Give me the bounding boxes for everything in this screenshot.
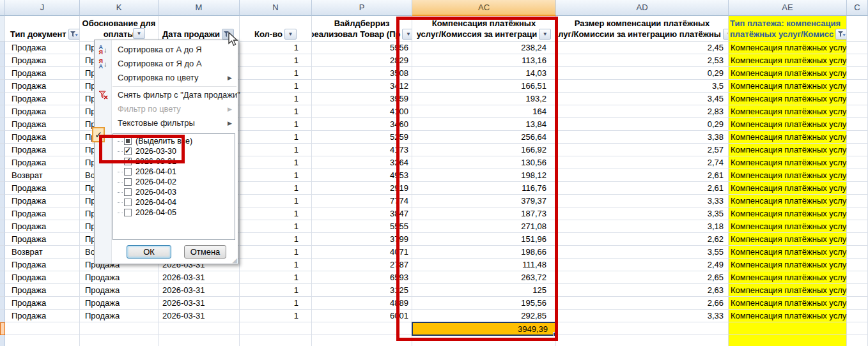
table-cell-j[interactable]: Продажа (5, 118, 80, 131)
table-cell-ae[interactable]: Компенсация платёжных услуг (729, 195, 847, 207)
total-cell-selected[interactable]: 3949,39 (412, 322, 557, 336)
table-cell-ae[interactable]: Компенсация платёжных услуг (729, 297, 847, 310)
dropdown-arrow-button[interactable]: ▼ (284, 29, 297, 40)
table-cell-n[interactable]: 1 (240, 207, 312, 220)
filter-value-item[interactable]: 2026-04-04 (113, 197, 235, 207)
table-cell-ad[interactable]: 2,83 (556, 105, 729, 118)
table-cell-k[interactable]: Продажа (80, 310, 159, 322)
total-row-cell[interactable] (240, 322, 312, 335)
table-cell-p[interactable]: 3460 (312, 118, 412, 131)
table-cell-ae[interactable]: Компенсация платёжных услуг (729, 169, 847, 182)
table-cell-ac[interactable]: 130,56 (412, 156, 556, 169)
table-cell-ad[interactable]: 3,55 (556, 246, 729, 259)
header-cell-ae[interactable]: Тип платежа: компенсацияплатёжных услуг/… (729, 16, 847, 41)
table-cell-j[interactable]: Продажа (5, 105, 80, 118)
table-cell-ac[interactable]: 198,12 (412, 169, 556, 182)
table-cell-ac[interactable]: 116,76 (412, 182, 556, 195)
menu-item-text-filters[interactable]: Текстовые фильтры ▶ (95, 116, 238, 130)
table-cell-j[interactable]: Продажа (5, 259, 80, 271)
table-cell-ad[interactable]: 3,38 (556, 131, 729, 144)
table-cell-j[interactable]: Продажа (5, 67, 80, 80)
table-cell-x[interactable] (847, 156, 868, 169)
table-cell-p[interactable]: 2787 (312, 259, 412, 271)
checkbox-unchecked[interactable] (124, 168, 132, 176)
resize-grip[interactable]: ◢ (232, 257, 237, 264)
table-cell-ac[interactable]: 151,96 (412, 233, 556, 246)
table-cell-j[interactable]: Продажа (5, 310, 80, 322)
filter-funnel-button[interactable] (835, 29, 847, 40)
table-cell-j[interactable]: Продажа (5, 195, 80, 207)
filter-value-item[interactable]: 2026-03-31 (113, 156, 235, 167)
table-cell-ac[interactable]: 111,48 (412, 259, 556, 271)
filter-value-item[interactable]: (Выделить все) (113, 136, 235, 146)
table-cell-x[interactable] (847, 54, 868, 67)
table-cell-n[interactable]: 1 (240, 41, 312, 54)
table-cell-p[interactable]: 3847 (312, 207, 412, 220)
table-cell-m[interactable]: 2026-03-31 (159, 284, 240, 297)
table-cell-n[interactable]: 1 (240, 233, 312, 246)
table-cell-ae[interactable]: Компенсация платёжных услуг (729, 80, 847, 93)
table-cell-ae[interactable]: Компенсация платёжных услуг (729, 220, 847, 233)
table-cell-n[interactable]: 1 (240, 67, 312, 80)
cancel-button[interactable]: Отмена (184, 245, 226, 259)
table-cell-ac[interactable]: 187,73 (412, 207, 556, 220)
table-cell-j[interactable]: Продажа (5, 131, 80, 144)
table-cell-ac[interactable]: 195,56 (412, 297, 556, 310)
table-cell-ac[interactable]: 166,92 (412, 144, 556, 156)
table-cell-ad[interactable]: 2,62 (556, 233, 729, 246)
menu-item-filter-by-color[interactable]: Фильтр по цвету ▶ (95, 102, 238, 116)
table-cell-p[interactable]: 6593 (312, 271, 412, 284)
filter-value-item[interactable]: 2026-04-05 (113, 207, 235, 218)
table-cell-x[interactable] (847, 80, 868, 93)
table-cell-k[interactable]: Продажа (80, 271, 159, 284)
table-cell-ac[interactable]: 292,85 (412, 310, 556, 322)
table-cell-n[interactable]: 1 (240, 144, 312, 156)
table-cell-j[interactable]: Продажа (5, 54, 80, 67)
column-header-ad[interactable]: AD (556, 0, 729, 16)
column-header-k[interactable]: K (80, 0, 159, 16)
table-cell-x[interactable] (847, 259, 868, 271)
table-cell-x[interactable] (847, 220, 868, 233)
table-cell-ad[interactable]: 2,66 (556, 297, 729, 310)
table-cell-x[interactable] (847, 297, 868, 310)
table-cell-ae[interactable]: Компенсация платёжных услуг (729, 54, 847, 67)
table-cell-n[interactable]: 1 (240, 93, 312, 105)
table-cell-ac[interactable]: 256,64 (412, 131, 556, 144)
table-cell-n[interactable]: 1 (240, 271, 312, 284)
table-cell-p[interactable]: 4889 (312, 297, 412, 310)
table-cell-ae[interactable]: Компенсация платёжных услуг (729, 156, 847, 169)
ok-button[interactable]: ОК (127, 245, 171, 259)
dropdown-arrow-button[interactable]: ▼ (539, 29, 551, 40)
table-cell-ad[interactable]: 2,65 (556, 271, 729, 284)
table-cell-x[interactable] (847, 131, 868, 144)
table-cell-x[interactable] (847, 93, 868, 105)
table-cell-x[interactable] (847, 271, 868, 284)
table-cell-n[interactable]: 1 (240, 131, 312, 144)
table-cell-x[interactable] (847, 207, 868, 220)
table-cell-j[interactable]: Продажа (5, 80, 80, 93)
fill-handle[interactable] (553, 332, 557, 336)
table-cell-ae[interactable]: Компенсация платёжных услуг (729, 67, 847, 80)
column-header-j[interactable]: J (5, 0, 80, 16)
table-cell-ae[interactable]: Компенсация платёжных услуг (729, 41, 847, 54)
menu-item-sort-asc[interactable]: АЯ↓ Сортировка от А до Я (95, 43, 238, 57)
table-cell-ad[interactable]: 2,74 (556, 156, 729, 169)
total-row-cell[interactable] (80, 322, 159, 335)
table-cell-p[interactable]: 7774 (312, 195, 412, 207)
dropdown-arrow-button[interactable]: ▼ (133, 28, 145, 39)
table-cell-ac[interactable]: 271,08 (412, 220, 556, 233)
table-cell-n[interactable]: 1 (240, 118, 312, 131)
table-cell-j[interactable]: Продажа (5, 156, 80, 169)
table-cell-j[interactable]: Продажа (5, 182, 80, 195)
table-cell-n[interactable]: 1 (240, 169, 312, 182)
table-cell-m[interactable]: 2026-03-31 (159, 297, 240, 310)
table-cell-n[interactable]: 1 (240, 105, 312, 118)
menu-item-clear-filter[interactable]: Снять фильтр с "Дата продажи" (95, 88, 238, 102)
column-header-n[interactable]: N (240, 0, 312, 16)
table-cell-ac[interactable]: 125 (412, 284, 556, 297)
filter-value-item[interactable]: 2026-03-30 (113, 146, 235, 156)
table-cell-p[interactable]: 4953 (312, 169, 412, 182)
table-cell-j[interactable]: Продажа (5, 93, 80, 105)
table-cell-n[interactable]: 1 (240, 259, 312, 271)
table-cell-j[interactable]: Продажа (5, 41, 80, 54)
